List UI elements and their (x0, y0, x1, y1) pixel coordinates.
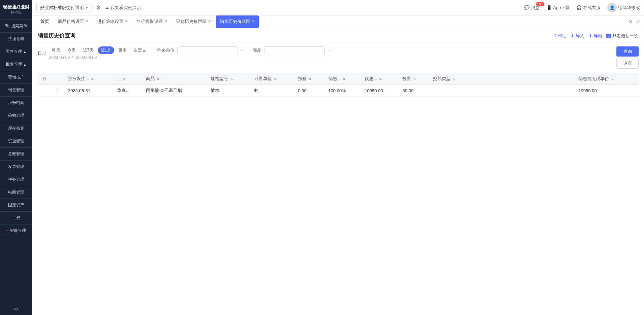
col-gear[interactable]: ⚙ (38, 73, 51, 85)
col-more[interactable]: ... ⇅ (114, 73, 143, 85)
date-yesterday[interactable]: 昨天 (49, 46, 63, 54)
tabs-right-controls: ✕ ⤢ (626, 19, 640, 25)
col-pre-tax-price[interactable]: 优惠前无税单价 ⇅ (575, 73, 639, 85)
app-logo[interactable]: 畅捷通好业财 标准版 (0, 0, 32, 20)
date-more[interactable]: 更多 (115, 46, 130, 54)
from-unit-input[interactable] (177, 46, 238, 54)
row-unit: 吨 (251, 85, 295, 97)
sort-icon-quantity: ⇅ (413, 77, 416, 81)
col-discount1[interactable]: 优惠... ⇅ (325, 73, 361, 85)
purchase-label: 采购管理 (8, 113, 24, 118)
sidebar-quick-nav[interactable]: 快捷导航 (0, 33, 32, 45)
tab-product-price[interactable]: 商品价格设置 ✕ (54, 15, 93, 28)
close-tab-purchase-strategy[interactable]: ✕ (125, 19, 128, 24)
col-spec[interactable]: 规格型号 ⇅ (207, 73, 251, 85)
col-product[interactable]: 商品 ⇅ (143, 73, 207, 85)
maximize-window-button[interactable]: ⤢ (636, 19, 640, 25)
sort-icon-product: ⇅ (157, 77, 159, 81)
sidebar-search[interactable]: 🔍 搜索菜单 (0, 20, 32, 33)
version-label: 好业财标准版交付试用 (40, 5, 84, 11)
sidebar-item-payroll[interactable]: 工资 (0, 212, 32, 224)
tab-sale-history[interactable]: 销售历史价跟踪 ✕ (216, 15, 259, 28)
tab-home[interactable]: 首页 (36, 15, 53, 28)
close-tab-sale-extract[interactable]: ✕ (164, 19, 167, 24)
sidebar-item-retail[interactable]: 零售管理 ▲ (0, 45, 32, 58)
tab-purchase-strategy[interactable]: 进价策略设置 ✕ (93, 15, 132, 28)
version-dropdown-icon: ▾ (86, 5, 88, 10)
table-row: 1 2023-05-31 华查... 丙烯酸-2-乙基己酯 散水 吨 0.00 … (38, 85, 639, 97)
export-label: 导出 (594, 33, 602, 39)
sidebar-item-wholesale[interactable]: 批发管理 ▲ (0, 58, 32, 71)
tab-purchase-history[interactable]: 采购历史价跟踪 ✕ (172, 15, 215, 28)
version-select[interactable]: 好业财标准版交付试用 ▾ (36, 3, 92, 12)
date-1month[interactable]: 近1月 (98, 46, 114, 54)
sidebar-item-marketing[interactable]: 营销推广 (0, 71, 32, 84)
query-button[interactable]: 查询 (616, 46, 639, 57)
close-tab-purchase-history[interactable]: ✕ (208, 19, 211, 24)
invoice-label: 发票管理 (8, 164, 24, 170)
data-table: ⚙ 业务发生... ⇅ ... ⇅ 商品 ⇅ (38, 73, 639, 97)
from-unit-more-icon[interactable]: ··· (241, 48, 245, 53)
date-today[interactable]: 今天 (65, 46, 79, 54)
date-custom[interactable]: 自定义 (131, 46, 149, 54)
app-download-label: App下载 (553, 5, 570, 11)
import-button[interactable]: ⬇ 导入 (571, 33, 584, 39)
user-menu[interactable]: 👤 徐泽华修改 (607, 3, 640, 12)
sidebar-item-xiaochang[interactable]: 小畅电商 (0, 97, 32, 109)
help-button[interactable]: ? 帮助 (554, 33, 567, 39)
row-gear (38, 85, 51, 97)
export-button[interactable]: ⬆ 导出 (588, 33, 602, 39)
message-button[interactable]: 💬 消息 99+ (524, 5, 540, 11)
marketing-label: 营销推广 (8, 74, 24, 80)
product-input[interactable] (264, 46, 325, 54)
settings-button[interactable]: 设置 (616, 59, 639, 69)
sort-icon-discount1: ⇅ (343, 77, 345, 81)
sidebar-item-purchase[interactable]: 采购管理 (0, 109, 32, 122)
close-tab-sale-history[interactable]: ✕ (252, 19, 255, 24)
sidebar-item-assets[interactable]: 固定资产 (0, 199, 32, 212)
col-quantity[interactable]: 数量 ⇅ (399, 73, 429, 85)
user-name: 徐泽华修改 (618, 5, 640, 11)
date-7days[interactable]: 近7天 (80, 46, 97, 54)
table-body: 1 2023-05-31 华查... 丙烯酸-2-乙基己酯 散水 吨 0.00 … (38, 85, 639, 97)
only-last-checkbox[interactable]: ✓ 只看最后一次 (606, 33, 639, 39)
close-tab-product-price[interactable]: ✕ (85, 19, 88, 24)
close-window-button[interactable]: ✕ (629, 19, 633, 25)
from-unit-label: 往来单位 (157, 47, 175, 54)
page-header: 销售历史价查询 ? 帮助 ⬇ 导入 ⬆ 导出 ✓ 只看最后一次 (32, 28, 644, 42)
app-name: 畅捷通好业财 (3, 4, 30, 10)
col-business-date[interactable]: 业务发生... ⇅ (65, 73, 114, 85)
message-badge: 99+ (536, 2, 544, 6)
product-more-icon[interactable]: ··· (327, 48, 331, 53)
row-spec: 散水 (207, 85, 251, 97)
wholesale-label: 批发管理 (6, 62, 22, 67)
sidebar-item-smart[interactable]: 智能管理 (0, 224, 32, 237)
demo-label: 我要看实例演示 (110, 5, 141, 11)
sidebar-item-inventory[interactable]: 库存核算 (0, 122, 32, 135)
app-download-button[interactable]: 📱 App下载 (546, 5, 570, 11)
purchase-strategy-label: 进价策略设置 (97, 19, 123, 25)
gear-button[interactable]: ⚙ (96, 4, 101, 11)
sidebar-item-sales[interactable]: 销售管理 (0, 84, 32, 97)
assets-label: 固定资产 (8, 202, 24, 208)
avatar-icon: 👤 (610, 5, 615, 10)
only-last-label: 只看最后一次 (612, 33, 639, 39)
sidebar-settings[interactable]: ⚙ (0, 303, 32, 315)
app-edition: 标准版 (3, 10, 30, 15)
demo-link[interactable]: ☁ 我要看实例演示 (105, 5, 141, 11)
col-spacer (473, 73, 575, 85)
sidebar-item-finance[interactable]: 资金管理 (0, 135, 32, 148)
col-trade-type[interactable]: 交易类型 ⇅ (430, 73, 473, 85)
sidebar-item-accounting[interactable]: 总账管理 (0, 148, 32, 161)
col-discount2[interactable]: 优惠... ⇅ (361, 73, 399, 85)
sidebar-item-ecommerce[interactable]: 电商管理 (0, 186, 32, 199)
sidebar-item-tax[interactable]: 税务管理 (0, 173, 32, 186)
sale-history-label: 销售历史价跟踪 (220, 19, 250, 25)
tab-sale-extract[interactable]: 售价提取设置 ✕ (133, 15, 171, 28)
col-price[interactable]: 报价 ⇅ (295, 73, 325, 85)
row-trade-type (430, 85, 473, 97)
ecommerce-label: 电商管理 (8, 189, 24, 195)
online-service-button[interactable]: 🎧 在线客服 (576, 5, 601, 11)
col-unit[interactable]: 计量单位 ⇅ (251, 73, 295, 85)
sidebar-item-invoice[interactable]: 发票管理 (0, 161, 32, 173)
